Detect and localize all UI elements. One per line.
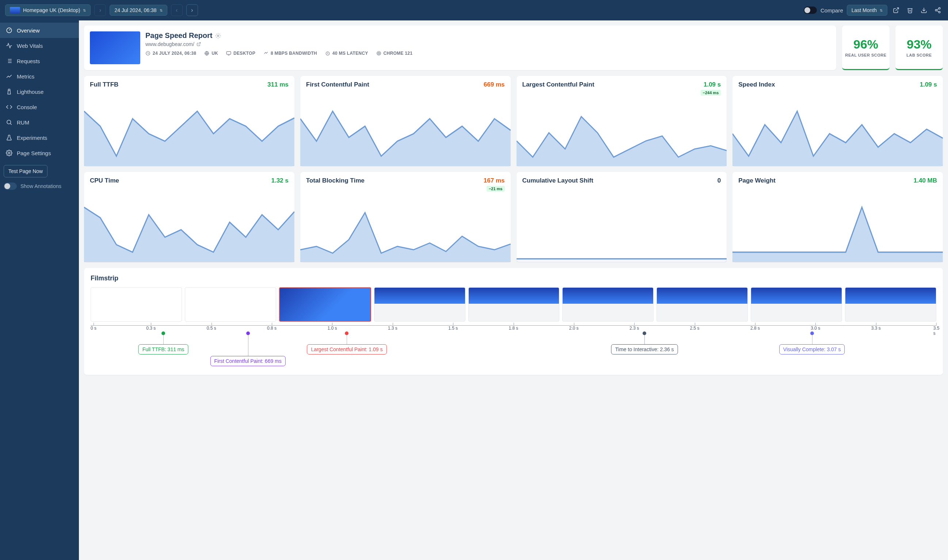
metric-card[interactable]: Speed Index 1.09 s	[732, 76, 943, 166]
code-icon	[6, 104, 12, 110]
axis-tick: 3.3 s	[871, 326, 881, 331]
axis-tick: 1.8 s	[509, 326, 518, 331]
sidebar-item-requests[interactable]: Requests	[0, 53, 79, 69]
range-selector[interactable]: Last Month ⇅	[847, 5, 887, 16]
chart-icon	[6, 73, 12, 80]
clock-icon	[145, 51, 151, 56]
meta-browser: CHROME 121	[376, 51, 413, 56]
main-content: Page Speed Report www.debugbear.com/ 24 …	[79, 20, 948, 560]
compare-toggle[interactable]	[804, 6, 817, 14]
timeline-marker-label[interactable]: Largest Contentful Paint: 1.09 s	[307, 344, 387, 354]
filmstrip-frame[interactable]	[562, 287, 654, 322]
metric-value: 167 ms	[484, 177, 505, 185]
sparkline	[300, 91, 511, 166]
axis-tick: 2.5 s	[690, 326, 700, 331]
test-page-button[interactable]: Test Page Now	[4, 165, 48, 177]
sparkline	[84, 91, 294, 166]
metrics-grid: Full TTFB 311 ms First Contentful Paint …	[84, 76, 943, 262]
timeline-marker-label[interactable]: First Contentful Paint: 669 ms	[210, 356, 285, 366]
svg-line-6	[937, 11, 939, 12]
filmstrip-frame[interactable]	[751, 287, 842, 322]
metric-card[interactable]: Total Blocking Time 167 ms −21 ms	[300, 172, 511, 262]
filmstrip-frame[interactable]	[657, 287, 748, 322]
timeline-marker-line	[248, 335, 248, 357]
sidebar-item-label: Experiments	[17, 135, 47, 141]
chevron-updown-icon: ⇅	[160, 8, 163, 12]
filmstrip-frame[interactable]	[374, 287, 466, 322]
datetime-label: 24 Jul 2024, 06:38	[114, 7, 156, 13]
flask-icon	[6, 134, 12, 141]
search-icon	[6, 119, 12, 126]
share-icon[interactable]	[933, 5, 943, 15]
axis-tick: 1.5 s	[448, 326, 458, 331]
nav-next-page[interactable]: ›	[94, 5, 106, 16]
page-url[interactable]: www.debugbear.com/	[145, 41, 830, 47]
svg-point-4	[939, 11, 940, 13]
download-icon[interactable]	[919, 5, 929, 15]
sidebar-item-lighthouse[interactable]: Lighthouse	[0, 84, 79, 99]
sidebar-item-metrics[interactable]: Metrics	[0, 69, 79, 84]
timeline-marker-label[interactable]: Visually Complete: 3.07 s	[779, 344, 845, 354]
nav-prev-time[interactable]: ‹	[171, 5, 183, 16]
axis-tick: 2.3 s	[629, 326, 639, 331]
filmstrip-frame[interactable]	[845, 287, 936, 322]
sidebar-item-web-vitals[interactable]: Web Vitals	[0, 38, 79, 53]
axis-tick: 2.0 s	[569, 326, 579, 331]
gear-icon[interactable]	[215, 33, 221, 39]
chevron-updown-icon: ⇅	[880, 8, 883, 12]
nav-next-time[interactable]: ›	[186, 5, 198, 16]
open-external-icon[interactable]	[891, 5, 901, 15]
sidebar-item-console[interactable]: Console	[0, 99, 79, 115]
sidebar-item-experiments[interactable]: Experiments	[0, 130, 79, 145]
sidebar-item-overview[interactable]: Overview	[0, 23, 79, 38]
metric-card[interactable]: CPU Time 1.32 s	[84, 172, 294, 262]
sidebar-item-page-settings[interactable]: Page Settings	[0, 145, 79, 161]
sidebar-item-label: Web Vitals	[17, 43, 43, 49]
annotations-label: Show Annotations	[20, 183, 62, 189]
sparkline	[516, 187, 727, 262]
page-thumbnail-icon	[10, 7, 20, 14]
trash-icon[interactable]	[905, 5, 915, 15]
meta-region: UK	[204, 51, 218, 56]
timeline-marker-label[interactable]: Full TTFB: 311 ms	[139, 344, 188, 354]
top-bar: Homepage UK (Desktop) ⇅ › 24 Jul 2024, 0…	[0, 0, 948, 20]
metric-card[interactable]: Page Weight 1.40 MB	[732, 172, 943, 262]
svg-point-19	[217, 35, 219, 37]
timeline-marker-label[interactable]: Time to Interactive: 2.36 s	[611, 344, 678, 354]
url-text: www.debugbear.com/	[145, 41, 194, 47]
metric-name: Page Weight	[738, 177, 775, 185]
svg-point-2	[939, 8, 940, 9]
filmstrip-frame[interactable]	[279, 287, 371, 322]
filmstrip-frame[interactable]	[91, 287, 182, 322]
real-user-score-card[interactable]: 96% REAL USER SCORE	[842, 26, 889, 70]
sidebar-item-rum[interactable]: RUM	[0, 115, 79, 130]
gear-icon	[6, 150, 12, 156]
chevron-updown-icon: ⇅	[83, 8, 86, 12]
svg-point-28	[378, 52, 379, 54]
lab-score-card[interactable]: 93% LAB SCORE	[896, 26, 943, 70]
meta-datetime: 24 JULY 2024, 06:38	[145, 51, 196, 56]
metric-value: 0	[717, 177, 721, 185]
filmstrip-markers: Full TTFB: 311 msFirst Contentful Paint:…	[91, 333, 936, 366]
sparkline	[732, 91, 943, 166]
datetime-selector[interactable]: 24 Jul 2024, 06:38 ⇅	[109, 5, 167, 16]
filmstrip-frame[interactable]	[469, 287, 560, 322]
metric-name: Total Blocking Time	[306, 177, 365, 185]
latency-icon	[325, 51, 330, 56]
metric-value: 1.32 s	[271, 177, 288, 185]
filmstrip-frame[interactable]	[185, 287, 276, 322]
metric-card[interactable]: Largest Contentful Paint 1.09 s −244 ms	[516, 76, 727, 166]
meta-bandwidth: 8 MBPS BANDWIDTH	[264, 51, 317, 56]
metric-value: 1.09 s	[920, 81, 937, 88]
bandwidth-icon	[264, 51, 268, 56]
svg-rect-24	[227, 51, 231, 54]
filmstrip-card: Filmstrip 0 s0.3 s0.5 s0.8 s1.0 s1.3 s1.…	[84, 268, 943, 375]
page-selector[interactable]: Homepage UK (Desktop) ⇅	[5, 5, 91, 16]
metric-card[interactable]: Full TTFB 311 ms	[84, 76, 294, 166]
metric-card[interactable]: First Contentful Paint 669 ms	[300, 76, 511, 166]
svg-point-3	[935, 9, 937, 11]
metric-card[interactable]: Cumulative Layout Shift 0	[516, 172, 727, 262]
desktop-icon	[226, 51, 231, 56]
gauge-icon	[6, 27, 12, 34]
annotations-toggle[interactable]	[4, 183, 17, 190]
